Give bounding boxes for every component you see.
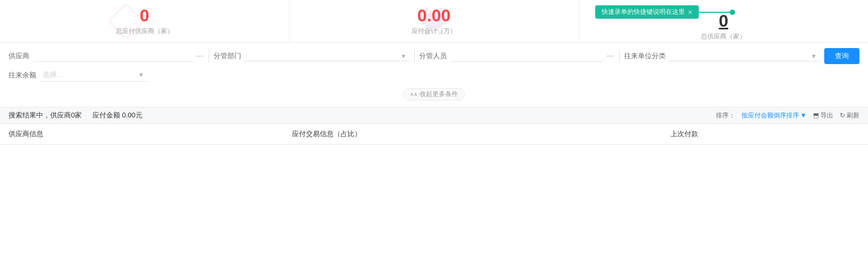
filter-unit-class: 往来单位分类 ▼ — [624, 51, 820, 61]
card-total-supplier: 快速录单的快捷键说明在这里 × 0 总供应商（家） — [579, 0, 868, 42]
collapse-button[interactable]: ∧∧ 收起更多条件 — [403, 88, 465, 100]
unit-class-chevron-icon: ▼ — [811, 53, 817, 59]
table-body — [0, 145, 868, 275]
th-transaction-info: 应付交易信息（占比） — [292, 129, 670, 139]
result-bar: 搜索结果中，供应商0家 应付金额 0.00元 排序： 按应付会额倒序排序 ▼ ⬒… — [0, 107, 868, 124]
unit-class-label: 往来单位分类 — [624, 51, 666, 61]
person-label: 分管人员 — [419, 51, 447, 61]
collapse-row: ∧∧ 收起更多条件 — [9, 86, 859, 105]
table-header: 供应商信息 应付交易信息（占比） 上次付款 — [0, 124, 868, 145]
filter-dept: 分管部门 ▼ — [214, 51, 409, 61]
refresh-icon: ↻ — [840, 112, 845, 119]
result-text: 搜索结果中，供应商0家 — [9, 111, 82, 119]
card-payable-sum: 👾 0.00 应付合计（万） — [289, 0, 579, 42]
top-cards-section: 0 总应付供应商（家） 👾 0.00 应付合计（万） 快速录单的快捷键说明在这里… — [0, 0, 868, 43]
divider-2 — [414, 50, 415, 62]
refresh-label: 刷新 — [847, 111, 859, 120]
total-supplier-number: 0 — [719, 12, 728, 30]
person-dots-button[interactable]: ··· — [605, 52, 614, 60]
total-supplier-label: 总供应商（家） — [701, 32, 746, 41]
result-amount: 应付金额 0.00元 — [92, 111, 143, 119]
export-button[interactable]: ⬒ 导出 — [813, 111, 833, 120]
balance-placeholder: 选择... — [43, 70, 136, 80]
dept-label: 分管部门 — [214, 51, 241, 61]
result-actions: 排序： 按应付会额倒序排序 ▼ ⬒ 导出 ↻ 刷新 — [716, 111, 859, 120]
ghost-icon: 👾 — [416, 5, 451, 37]
filter-person: 分管人员 ··· — [419, 50, 615, 62]
filter-area: 供应商 ··· 分管部门 ▼ 分管人员 ··· 往来单位分类 ▼ — [0, 43, 868, 107]
filter-row-1: 供应商 ··· 分管部门 ▼ 分管人员 ··· 往来单位分类 ▼ — [9, 48, 859, 64]
result-info: 搜索结果中，供应商0家 应付金额 0.00元 — [9, 111, 143, 120]
sort-select[interactable]: 按应付会额倒序排序 ▼ — [741, 111, 807, 120]
filter-row-2: 往来余额 选择... ▼ — [9, 68, 859, 82]
tooltip-dot — [730, 10, 735, 15]
refresh-button[interactable]: ↻ 刷新 — [840, 111, 859, 120]
sort-label: 排序： — [716, 111, 735, 120]
card-supplier-count: 0 总应付供应商（家） — [0, 0, 289, 42]
collapse-label: 收起更多条件 — [420, 90, 458, 99]
divider-3 — [619, 50, 620, 62]
sort-chevron-icon: ▼ — [800, 112, 807, 119]
supplier-input[interactable] — [33, 50, 192, 62]
person-input[interactable] — [450, 50, 603, 62]
balance-label: 往来余额 — [9, 70, 36, 80]
tooltip-text: 快速录单的快捷键说明在这里 — [602, 7, 685, 17]
supplier-dots-button[interactable]: ··· — [195, 52, 204, 60]
th-last-payment: 上次付款 — [670, 129, 859, 139]
export-label: 导出 — [820, 111, 833, 120]
dept-chevron-icon: ▼ — [401, 53, 407, 59]
unit-class-select[interactable]: ▼ — [669, 51, 820, 61]
query-button[interactable]: 查询 — [824, 48, 859, 64]
tooltip-bubble: 快速录单的快捷键说明在这里 × — [595, 5, 699, 19]
th-supplier-info: 供应商信息 — [9, 129, 292, 139]
collapse-up-icon: ∧∧ — [410, 91, 417, 97]
balance-chevron-icon: ▼ — [138, 72, 144, 78]
supplier-label: 供应商 — [9, 51, 30, 61]
balance-select[interactable]: 选择... ▼ — [40, 68, 147, 82]
filter-supplier: 供应商 ··· — [9, 50, 204, 62]
dept-select[interactable]: ▼ — [244, 51, 409, 61]
filter-balance: 往来余额 选择... ▼ — [9, 68, 147, 82]
divider-1 — [209, 50, 209, 62]
tooltip-close-button[interactable]: × — [688, 8, 692, 17]
export-icon: ⬒ — [813, 112, 819, 119]
sort-value: 按应付会额倒序排序 — [741, 111, 799, 120]
